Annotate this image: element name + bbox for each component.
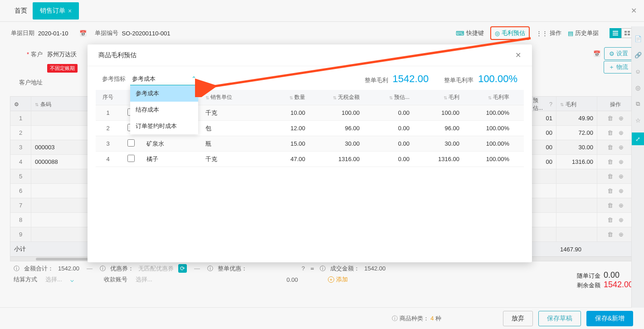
modal-title: 商品毛利预估 (98, 51, 137, 59)
table-row[interactable]: 4橘子千克47.001316.000.001316.00100.00% (96, 152, 524, 167)
table-row[interactable]: 3矿泉水瓶15.0030.000.0030.00100.00% (96, 136, 524, 152)
row-checkbox[interactable] (127, 139, 135, 147)
modal-close-icon[interactable]: ✕ (515, 51, 521, 59)
row-checkbox[interactable] (127, 155, 135, 162)
col-unit[interactable]: 销售单位 (201, 93, 260, 101)
col-qty[interactable]: 数量 (260, 93, 310, 101)
dropdown-option[interactable]: 结存成本 (130, 102, 198, 118)
col-est[interactable]: 预估... (364, 93, 414, 101)
dropdown-option[interactable]: 订单签约时成本 (130, 118, 198, 134)
total-profit-value: 1542.00 (393, 73, 429, 85)
profit-modal: 商品毛利预估 ✕ 参考指标 参考成本 ⌃ 参考成本 结存成本 订单签约时成本 整… (88, 44, 532, 262)
col-profit[interactable]: 毛利 (414, 93, 464, 101)
indicator-dropdown: 参考成本 结存成本 订单签约时成本 (130, 85, 198, 134)
dropdown-option[interactable]: 参考成本 (130, 85, 198, 102)
col-seq: 序号 (96, 93, 120, 101)
indicator-label: 参考指标 (102, 75, 126, 83)
col-rate[interactable]: 毛利率 (464, 93, 514, 101)
indicator-select[interactable]: 参考成本 ⌃ 参考成本 结存成本 订单签约时成本 (130, 73, 198, 85)
total-rate-value: 100.00% (478, 73, 517, 85)
chevron-up-icon: ⌃ (191, 75, 196, 82)
col-notax[interactable]: 无税金额 (310, 93, 364, 101)
